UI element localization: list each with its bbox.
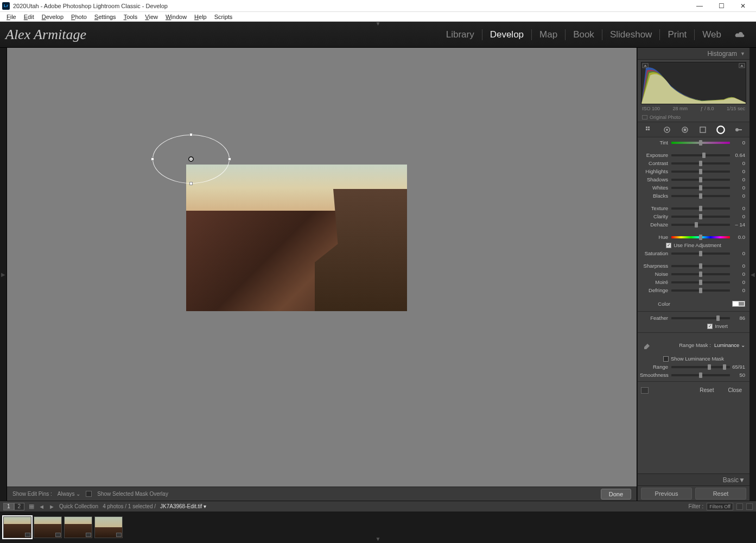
- radial-filter-overlay[interactable]: [153, 135, 230, 184]
- histogram-display[interactable]: [641, 62, 746, 104]
- maximize-button[interactable]: ☐: [710, 0, 732, 12]
- module-picker-bar: ▼ Alex Armitage Library Develop Map Book…: [0, 22, 756, 48]
- sharpness-slider[interactable]: Sharpness0: [638, 262, 749, 270]
- photo-preview: [186, 165, 407, 311]
- module-develop[interactable]: Develop: [482, 29, 532, 40]
- menu-edit[interactable]: Edit: [21, 14, 37, 20]
- highlights-slider[interactable]: Highlights0: [638, 167, 749, 175]
- menu-help[interactable]: Help: [191, 14, 210, 20]
- thumbnail-2[interactable]: [34, 516, 62, 538]
- thumbnail-4[interactable]: [94, 516, 123, 538]
- radial-filter-tool[interactable]: [715, 124, 727, 136]
- feather-slider[interactable]: Feather86: [638, 314, 749, 322]
- fine-adjustment-checkbox[interactable]: ✓Use Fine Adjustment: [638, 241, 749, 249]
- menu-photo[interactable]: Photo: [68, 14, 90, 20]
- radial-handle-right[interactable]: [228, 157, 231, 161]
- moire-slider[interactable]: Moiré0: [638, 278, 749, 286]
- noise-slider[interactable]: Noise0: [638, 270, 749, 278]
- module-slideshow[interactable]: Slideshow: [602, 29, 660, 40]
- histogram-header[interactable]: Histogram▼: [638, 48, 749, 60]
- smoothness-slider[interactable]: Smoothness50: [638, 371, 749, 379]
- clarity-slider[interactable]: Clarity0: [638, 212, 749, 220]
- radial-handle-bottom[interactable]: [189, 182, 193, 185]
- done-button[interactable]: Done: [601, 489, 631, 500]
- tint-slider[interactable]: Tint0: [638, 138, 749, 147]
- module-library[interactable]: Library: [439, 29, 482, 40]
- eyedropper-icon[interactable]: [642, 338, 655, 351]
- nav-back-icon[interactable]: ◄: [39, 503, 45, 510]
- svg-rect-4: [646, 129, 647, 130]
- filmstrip-toggle[interactable]: ▼: [376, 536, 381, 542]
- module-map[interactable]: Map: [532, 29, 566, 40]
- radial-handle-top[interactable]: [189, 133, 193, 136]
- blacks-slider[interactable]: Blacks0: [638, 192, 749, 200]
- range-slider[interactable]: Range65/91: [638, 363, 749, 371]
- defringe-slider[interactable]: Defringe0: [638, 286, 749, 294]
- hue-slider[interactable]: Hue0.0: [638, 233, 749, 241]
- menu-tools[interactable]: Tools: [120, 14, 141, 20]
- show-overlay-checkbox[interactable]: [86, 491, 92, 497]
- filmstrip-info-bar: 12 ▦ ◄ ► Quick Collection 4 photos / 1 s…: [0, 501, 756, 512]
- module-web[interactable]: Web: [695, 29, 729, 40]
- module-book[interactable]: Book: [566, 29, 602, 40]
- shadows-slider[interactable]: Shadows0: [638, 175, 749, 184]
- color-picker-row[interactable]: Color: [638, 299, 749, 309]
- panel-close-button[interactable]: Close: [723, 386, 746, 394]
- adjustment-brush-tool[interactable]: [733, 124, 745, 136]
- menu-file[interactable]: File: [3, 14, 20, 20]
- thumbnail-3[interactable]: [64, 516, 92, 538]
- top-panel-toggle[interactable]: ▼: [376, 21, 381, 27]
- thumbnail-1[interactable]: [3, 516, 31, 538]
- minimize-button[interactable]: —: [689, 0, 710, 12]
- spot-removal-tool[interactable]: [661, 124, 673, 136]
- contrast-slider[interactable]: Contrast0: [638, 159, 749, 167]
- texture-slider[interactable]: Texture0: [638, 204, 749, 212]
- filter-lock-icon[interactable]: [736, 503, 743, 510]
- show-luminance-mask-checkbox[interactable]: Show Luminance Mask: [638, 355, 749, 363]
- collection-name[interactable]: Quick Collection: [59, 503, 98, 509]
- panel-reset-button[interactable]: Reset: [695, 386, 718, 394]
- view-mode-2[interactable]: 2: [14, 503, 25, 510]
- svg-rect-13: [738, 129, 742, 130]
- menu-settings[interactable]: Settings: [91, 14, 119, 20]
- module-print[interactable]: Print: [660, 29, 695, 40]
- left-panel-toggle[interactable]: ▶: [0, 48, 7, 501]
- crop-tool[interactable]: [643, 124, 655, 136]
- previous-button[interactable]: Previous: [641, 488, 692, 500]
- radial-handle-left[interactable]: [151, 157, 154, 161]
- identity-plate: Alex Armitage: [5, 27, 86, 43]
- range-mask-select[interactable]: Luminance ⌄: [714, 342, 745, 348]
- range-mask-row: Range Mask : Luminance ⌄: [638, 335, 749, 355]
- histogram-iso: ISO 100: [642, 106, 660, 111]
- show-pins-select[interactable]: Always ⌄: [58, 491, 80, 497]
- right-panel-toggle[interactable]: ◀: [749, 48, 756, 501]
- reset-button[interactable]: Reset: [695, 488, 746, 500]
- cloud-sync-icon[interactable]: [734, 31, 745, 39]
- window-title-bar: Lr 2020Utah - Adobe Photoshop Lightroom …: [0, 0, 756, 12]
- original-photo-toggle[interactable]: Original Photo: [638, 113, 749, 122]
- basic-panel-header[interactable]: Basic▼: [638, 473, 749, 485]
- current-filename[interactable]: JK7A3968-Edit.tif ▾: [160, 503, 206, 509]
- menu-develop[interactable]: Develop: [39, 14, 67, 20]
- color-swatch[interactable]: [732, 301, 745, 307]
- svg-point-9: [683, 128, 686, 131]
- view-mode-1[interactable]: 1: [3, 503, 14, 510]
- exposure-slider[interactable]: Exposure0.64: [638, 151, 749, 159]
- menu-window[interactable]: Window: [162, 14, 190, 20]
- close-button[interactable]: ✕: [732, 0, 754, 12]
- radial-center-pin[interactable]: [188, 156, 194, 162]
- menu-view[interactable]: View: [142, 14, 161, 20]
- whites-slider[interactable]: Whites0: [638, 184, 749, 192]
- saturation-slider[interactable]: Saturation0: [638, 249, 749, 257]
- dehaze-slider[interactable]: Dehaze– 14: [638, 220, 749, 229]
- invert-checkbox[interactable]: ✓Invert: [638, 322, 749, 330]
- graduated-filter-tool[interactable]: [697, 124, 709, 136]
- nav-forward-icon[interactable]: ►: [49, 503, 55, 510]
- redeye-tool[interactable]: [679, 124, 691, 136]
- menu-scripts[interactable]: Scripts: [211, 14, 236, 20]
- image-canvas[interactable]: [7, 48, 637, 487]
- filter-options-icon[interactable]: [746, 503, 753, 510]
- grid-view-icon[interactable]: ▦: [29, 503, 34, 510]
- panel-switch-icon[interactable]: [641, 387, 649, 394]
- filter-select[interactable]: Filters Off: [707, 503, 733, 510]
